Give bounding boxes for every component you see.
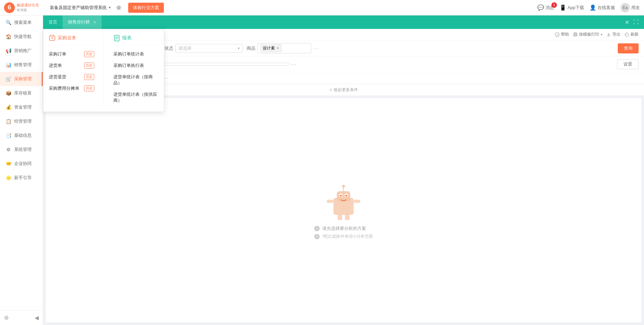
help-link[interactable]: ? 帮助 xyxy=(555,32,569,37)
sidebar-item-finance[interactable]: 💰 资金管理 xyxy=(0,100,43,114)
purchase-order-label: 采购订单 xyxy=(49,51,66,57)
purchase-expense-history[interactable]: 历史 xyxy=(84,85,94,91)
goods-tag-close[interactable]: ✕ xyxy=(276,46,279,50)
bill-status-select[interactable]: 请选择 ▾ xyxy=(175,44,243,53)
salesperson-input[interactable] xyxy=(154,63,289,66)
goods-return-item[interactable]: 进货退货 历史 xyxy=(49,71,94,83)
system-icon: ⚙ xyxy=(5,147,11,153)
goods-input-area[interactable]: 设计素 ✕ xyxy=(257,43,311,53)
app-download-item[interactable]: 📱 App下载 xyxy=(560,4,584,11)
operations-icon: 📋 xyxy=(5,118,11,124)
goods-receipt-item[interactable]: 进货单 历史 xyxy=(49,60,94,71)
tab-home-label: 首页 xyxy=(48,19,57,25)
salesperson-more-btn[interactable]: ··· xyxy=(291,62,297,67)
sidebar-item-cooperation[interactable]: 🤝 企业协同 xyxy=(0,157,43,171)
query-button[interactable]: 查询 xyxy=(618,43,639,53)
tab-close-all-icon[interactable]: ✕ xyxy=(623,18,631,27)
guide-icon: 🌟 xyxy=(5,175,11,181)
tab-sales-ranking-label: 销售排行榜 xyxy=(68,19,90,25)
goods-receipt-label: 进货单 xyxy=(49,63,62,69)
svg-rect-15 xyxy=(354,200,360,203)
sidebar-label-search: 搜索菜单 xyxy=(14,19,32,26)
goods-return-label: 进货退货 xyxy=(49,74,66,80)
avatar: Ea xyxy=(620,3,630,12)
goods-tag-text: 设计素 xyxy=(263,45,275,51)
user-item[interactable]: Ea 用友 xyxy=(620,3,640,12)
goods-label: 商品 xyxy=(247,45,255,51)
sidebar-item-basic-info[interactable]: 📑 基础信息 xyxy=(0,128,43,143)
empty-hint-1-text: 请先选择要分析的方案 xyxy=(322,226,366,232)
svg-point-10 xyxy=(340,195,342,197)
purchase-order-item[interactable]: 采购订单 历史 xyxy=(49,48,94,60)
reports-title-text: 报表 xyxy=(122,35,132,41)
purchase-order-history[interactable]: 历史 xyxy=(84,51,94,57)
industry-button[interactable]: 体验行业方案 xyxy=(128,3,164,13)
collapse-icon[interactable]: ◀ xyxy=(35,315,39,321)
purchase-order-exec-item[interactable]: 采购订单执行表 xyxy=(113,60,159,71)
settings-icon[interactable] xyxy=(114,3,123,12)
svg-rect-5 xyxy=(574,35,576,36)
tab-home[interactable]: 首页 xyxy=(43,15,63,29)
logo-icon: 6 xyxy=(4,2,15,13)
svg-point-11 xyxy=(346,195,347,197)
cooperation-icon: 🤝 xyxy=(5,161,11,167)
print-link[interactable]: 按模板打印 ▾ xyxy=(573,32,602,37)
sidebar-item-operations[interactable]: 📋 经营管理 xyxy=(0,114,43,128)
sidebar-label-operations: 经营管理 xyxy=(14,118,32,124)
export-link[interactable]: 导出 xyxy=(606,32,620,37)
message-item[interactable]: 💬 消息 9 xyxy=(537,4,554,11)
user-label: 用友 xyxy=(631,5,640,11)
query-buttons: 查询 xyxy=(618,43,639,53)
purchase-order-exec-label: 采购订单执行表 xyxy=(113,63,144,69)
empty-state: 1 请先选择要分析的方案 2 用[过滤]条件来缩小分析范围 xyxy=(46,98,641,322)
sidebar-item-system[interactable]: ⚙ 系统管理 xyxy=(0,143,43,157)
sidebar-item-search[interactable]: 🔍 搜索菜单 xyxy=(0,15,43,30)
print-label: 按模板打印 xyxy=(579,32,599,37)
sidebar-label-marketing: 营销推广 xyxy=(14,48,32,54)
tab-expand-icon[interactable]: ⛶ xyxy=(632,18,640,27)
goods-return-history[interactable]: 历史 xyxy=(84,74,94,80)
settings-button[interactable]: 设置 xyxy=(617,59,639,69)
svg-rect-17 xyxy=(345,214,350,220)
goods-receipt-history[interactable]: 历史 xyxy=(84,63,94,69)
sidebar-item-purchase[interactable]: 🛒 采购管理 xyxy=(0,72,43,86)
sidebar-item-marketing[interactable]: 📢 营销推广 xyxy=(0,44,43,58)
svg-rect-16 xyxy=(337,214,342,220)
menu-divider xyxy=(104,35,104,106)
tab-close-icon[interactable]: ✕ xyxy=(93,20,96,25)
sidebar-menu: 🔍 搜索菜单 🏠 快捷导航 📢 营销推广 📊 销售管理 🛒 采购管 xyxy=(0,15,43,310)
purchase-expense-item[interactable]: 采购费用分摊单 历史 xyxy=(49,83,94,94)
svg-point-13 xyxy=(342,185,345,188)
svg-text:?: ? xyxy=(556,33,558,37)
goods-more-btn[interactable]: ··· xyxy=(313,46,319,51)
refresh-link[interactable]: 刷新 xyxy=(624,32,639,37)
sidebar-label-guide: 新手引导 xyxy=(14,175,32,181)
settings-bottom-icon[interactable]: ⚙ xyxy=(4,315,9,321)
goods-stats-by-product-item[interactable]: 进货单统计表（按商品） xyxy=(113,71,159,89)
sidebar-item-guide[interactable]: 🌟 新手引导 xyxy=(0,171,43,185)
svg-rect-14 xyxy=(327,200,333,203)
tab-sales-ranking[interactable]: 销售排行榜 ✕ xyxy=(63,15,102,29)
bill-status-item: 单据状态 请选择 ▾ xyxy=(156,44,243,53)
bill-status-arrow: ▾ xyxy=(238,46,240,50)
empty-hint-2-text: 用[过滤]条件来缩小分析范围 xyxy=(322,234,373,239)
sidebar-item-inventory[interactable]: 📦 库存核算 xyxy=(0,86,43,100)
help-label: 帮助 xyxy=(561,32,569,37)
reports-column: 报表 采购订单统计表 采购订单执行表 进货单统计表（按商品） 进货单统计表（按供… xyxy=(113,35,159,106)
purchase-order-stats-label: 采购订单统计表 xyxy=(113,51,144,57)
sidebar-label-inventory: 库存核算 xyxy=(14,90,32,96)
purchase-icon: 🛒 xyxy=(5,76,11,82)
online-service-item[interactable]: 👤 在线客服 xyxy=(589,4,615,11)
title-dropdown-icon[interactable]: ▾ xyxy=(109,5,111,10)
purchase-order-stats-item[interactable]: 采购订单统计表 xyxy=(113,48,159,60)
procurement-title-text: 采购业务 xyxy=(58,35,76,41)
goods-stats-by-supplier-item[interactable]: 进货单统计表（按供应商） xyxy=(113,89,159,106)
procurement-column: 采购业务 采购订单 历史 进货单 历史 进货退货 历史 采购费用分摊单 历史 xyxy=(49,35,94,106)
inventory-icon: 📦 xyxy=(5,90,11,96)
sidebar-item-quick-nav[interactable]: 🏠 快捷导航 xyxy=(0,30,43,44)
logo-text-area: 畅捷通好生意 标准版 xyxy=(17,3,39,12)
tab-bar: 首页 销售排行榜 ✕ ✕ ⛶ xyxy=(43,15,644,29)
logo-text: 畅捷通好生意 xyxy=(17,3,39,7)
sidebar-label-purchase: 采购管理 xyxy=(14,76,32,82)
sidebar-item-sales[interactable]: 📊 销售管理 xyxy=(0,58,43,72)
